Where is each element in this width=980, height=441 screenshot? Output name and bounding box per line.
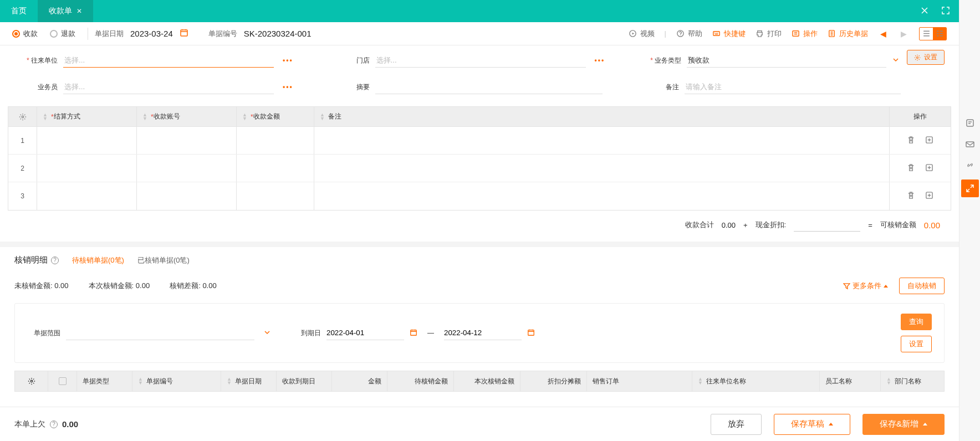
help-icon[interactable]: ? xyxy=(50,421,58,428)
video-button[interactable]: 视频 xyxy=(629,29,655,39)
cell-account[interactable] xyxy=(137,182,237,210)
prev-doc-button[interactable]: ◀ xyxy=(878,29,889,38)
save-draft-button[interactable]: 保存草稿 xyxy=(774,414,850,435)
cell-account[interactable] xyxy=(137,155,237,182)
filter-settings-button[interactable]: 设置 xyxy=(901,336,932,352)
cell-amount[interactable] xyxy=(237,127,314,154)
col-settle-label: 结算方式 xyxy=(54,112,80,121)
salesman-input[interactable] xyxy=(63,80,274,94)
date-from-input[interactable] xyxy=(326,326,404,340)
cell-amount[interactable] xyxy=(237,155,314,182)
date-to-input[interactable] xyxy=(444,326,522,340)
tab-home[interactable]: 首页 xyxy=(0,0,38,22)
cell-settle[interactable] xyxy=(37,182,137,210)
col-partner-name[interactable]: ▲▼往来单位名称 xyxy=(692,371,820,391)
filter-panel: 单据范围 到期日 — 查询 设置 xyxy=(14,303,945,363)
cell-account[interactable] xyxy=(137,127,237,154)
store-input[interactable] xyxy=(375,53,586,68)
digest-input[interactable] xyxy=(375,80,603,94)
col-department[interactable]: ▲▼部门名称 xyxy=(881,371,944,391)
grid-row[interactable]: 3 xyxy=(8,182,951,210)
cell-settle[interactable] xyxy=(37,155,137,182)
col-amount2[interactable]: 金额 xyxy=(332,371,387,391)
col-remark[interactable]: ▲▼备注 xyxy=(314,107,890,126)
operate-button[interactable]: 操作 xyxy=(792,29,818,39)
col-this-verify[interactable]: 本次核销金额 xyxy=(454,371,520,391)
tab-pending[interactable]: 待核销单据(0笔) xyxy=(72,255,124,265)
calendar-icon[interactable] xyxy=(527,329,535,338)
next-doc-button[interactable]: ▶ xyxy=(899,29,909,38)
col-doc-type[interactable]: 单据类型 xyxy=(77,371,132,391)
partner-picker-icon[interactable]: ••• xyxy=(283,57,293,64)
svg-point-6 xyxy=(917,57,918,58)
radio-refund[interactable]: 退款 xyxy=(50,29,75,39)
verify-diff: 核销差额: 0.00 xyxy=(170,281,217,291)
more-conditions-toggle[interactable]: 更多条件 xyxy=(843,281,888,291)
col-sales-order[interactable]: 销售订单 xyxy=(587,371,692,391)
select-all-checkbox[interactable] xyxy=(48,371,77,391)
add-row-icon[interactable] xyxy=(925,136,933,146)
calendar-icon[interactable] xyxy=(180,28,188,39)
form-settings-button[interactable]: 设置 xyxy=(907,50,945,65)
store-picker-icon[interactable]: ••• xyxy=(595,57,605,64)
grid-row[interactable]: 2 xyxy=(8,155,951,182)
cell-remark[interactable] xyxy=(314,127,890,154)
add-row-icon[interactable] xyxy=(925,163,933,173)
col-settle-method[interactable]: ▲▼*结算方式 xyxy=(37,107,137,126)
side-mail-icon[interactable] xyxy=(963,137,977,151)
col-amount[interactable]: ▲▼*收款金额 xyxy=(237,107,314,126)
chevron-down-icon[interactable] xyxy=(892,56,900,65)
discount-label: 现金折扣: xyxy=(756,220,787,230)
chevron-down-icon[interactable] xyxy=(263,329,271,338)
col-pending-amount[interactable]: 待核销金额 xyxy=(387,371,454,391)
search-button[interactable]: 查询 xyxy=(901,314,932,330)
col-doc-date[interactable]: ▲▼单据日期 xyxy=(221,371,277,391)
col-employee[interactable]: 员工名称 xyxy=(820,371,881,391)
delete-row-icon[interactable] xyxy=(907,136,915,146)
side-expand-icon[interactable] xyxy=(961,180,979,197)
help-button[interactable]: 帮助 xyxy=(676,29,702,39)
add-row-icon[interactable] xyxy=(925,191,933,201)
doc-range-input[interactable] xyxy=(66,326,254,340)
close-icon[interactable]: ✕ xyxy=(76,7,82,15)
col-discount-alloc[interactable]: 折扣分摊额 xyxy=(520,371,587,391)
biztype-input[interactable] xyxy=(687,53,886,68)
cell-remark[interactable] xyxy=(314,182,890,210)
view-list-icon[interactable] xyxy=(920,28,933,40)
abandon-button[interactable]: 放弃 xyxy=(711,414,762,435)
radio-receive[interactable]: 收款 xyxy=(12,29,38,39)
remark-input[interactable] xyxy=(685,80,901,94)
app-tabs-bar: 首页 收款单 ✕ xyxy=(0,0,959,22)
delete-row-icon[interactable] xyxy=(907,163,915,173)
grid2-settings-icon[interactable] xyxy=(15,371,48,391)
cell-amount[interactable] xyxy=(237,182,314,210)
side-link-icon[interactable] xyxy=(963,158,977,172)
window-close-icon[interactable] xyxy=(920,6,929,17)
calendar-icon[interactable] xyxy=(410,329,417,338)
print-button[interactable]: 打印 xyxy=(756,29,782,39)
help-icon[interactable]: ? xyxy=(51,257,59,264)
auto-verify-button[interactable]: 自动核销 xyxy=(899,278,945,294)
view-detail-icon[interactable] xyxy=(933,28,946,40)
tab-receipt[interactable]: 收款单 ✕ xyxy=(38,0,93,22)
col-doc-no[interactable]: ▲▼单据编号 xyxy=(132,371,221,391)
salesman-picker-icon[interactable]: ••• xyxy=(283,83,293,91)
grid-row[interactable]: 1 xyxy=(8,127,951,155)
partner-input[interactable] xyxy=(63,53,274,68)
shortcut-button[interactable]: 快捷键 xyxy=(712,29,746,39)
col-account[interactable]: ▲▼*收款账号 xyxy=(137,107,237,126)
tab-done[interactable]: 已核销单据(0笔) xyxy=(137,255,190,265)
doc-date-value[interactable]: 2023-03-24 xyxy=(130,29,173,38)
discount-input[interactable] xyxy=(794,218,860,232)
fullscreen-icon[interactable] xyxy=(941,6,950,17)
cell-settle[interactable] xyxy=(37,127,137,154)
svg-rect-15 xyxy=(966,142,974,147)
col-due-date[interactable]: 收款到期日 xyxy=(277,371,332,391)
delete-row-icon[interactable] xyxy=(907,191,915,201)
grid-settings-icon[interactable] xyxy=(8,107,37,126)
side-note-icon[interactable] xyxy=(963,116,977,130)
history-button[interactable]: 历史单据 xyxy=(828,29,868,39)
save-and-new-button[interactable]: 保存&新增 xyxy=(862,414,945,435)
cell-remark[interactable] xyxy=(314,155,890,182)
video-label: 视频 xyxy=(640,29,655,39)
